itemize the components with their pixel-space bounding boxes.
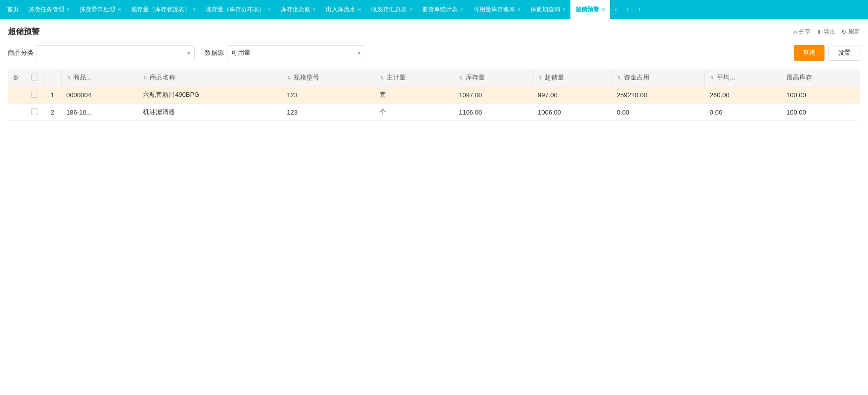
nav-item-inventory-status[interactable]: 现存量（库存状况表） × xyxy=(126,0,201,19)
datasource-filter: 数据源 可用量 ▾ xyxy=(205,45,365,60)
table-header-row: ⚙ ⇅ 商品... ⇅ 商品名称 ⇅ 规格型号 xyxy=(8,69,860,86)
row-unit: 个 xyxy=(375,104,454,121)
th-product-code[interactable]: ⇅ 商品... xyxy=(61,69,138,86)
row-checkbox-cell xyxy=(26,86,43,104)
page-title: 超储预警 xyxy=(8,27,40,37)
th-product-name[interactable]: ⇅ 商品名称 xyxy=(138,69,282,86)
row-overstock: 997.00 xyxy=(533,86,612,104)
sort-icon: ⇅ xyxy=(459,75,463,80)
row-unit: 套 xyxy=(375,86,454,104)
sort-icon: ⇅ xyxy=(143,75,147,80)
th-overstock[interactable]: ⇅ 超储量 xyxy=(533,69,612,86)
th-num xyxy=(43,69,61,86)
share-icon: ⎋ xyxy=(793,29,797,36)
nav-expand-arrow[interactable]: › xyxy=(634,0,646,19)
th-capital[interactable]: ⇅ 资金占用 xyxy=(612,69,705,86)
sort-icon: ⇅ xyxy=(710,75,714,80)
nav-item-home[interactable]: 首页 xyxy=(2,0,24,19)
th-max-stock: 最高库存 xyxy=(781,69,860,86)
export-button[interactable]: ⬆ 导出 xyxy=(817,28,835,36)
row-num: 2 xyxy=(43,104,61,121)
close-overstock-warning[interactable]: × xyxy=(602,6,605,12)
chevron-down-icon: ▾ xyxy=(187,50,190,56)
row-product-name: 机油滤清器 xyxy=(138,104,282,121)
category-filter: 商品分类 ▾ xyxy=(8,45,195,60)
refresh-button[interactable]: ↻ 刷新 xyxy=(841,28,860,36)
close-preheat-task[interactable]: × xyxy=(67,6,70,12)
datasource-label: 数据源 xyxy=(205,48,224,57)
top-nav: 首页 拣货任务管理 × 拣货异常处理 × 现存量（库存状况表） × 现存量（库存… xyxy=(0,0,868,19)
sort-icon: ⇅ xyxy=(380,75,384,80)
settings-button[interactable]: 设置 xyxy=(828,45,860,61)
row-stock: 1097.00 xyxy=(454,86,533,104)
nav-item-avail-stock[interactable]: 可用量库存账本 × xyxy=(469,0,525,19)
close-avail-stock[interactable]: × xyxy=(518,6,521,12)
page-content: 超储预警 ⎋ 分享 ⬆ 导出 ↻ 刷新 商品分类 ▾ 数据源 xyxy=(0,19,868,395)
share-button[interactable]: ⎋ 分享 xyxy=(793,28,811,36)
row-capital: 259220.00 xyxy=(612,86,705,104)
close-inout-flow[interactable]: × xyxy=(358,6,361,12)
nav-item-preheat-task[interactable]: 拣货任务管理 × xyxy=(24,0,75,19)
sort-icon: ⇅ xyxy=(538,75,542,80)
sort-icon: ⇅ xyxy=(67,75,71,80)
row-checkbox[interactable] xyxy=(31,91,38,98)
row-product-name: 六配套新昌490BPG xyxy=(138,86,282,104)
close-recv-send[interactable]: × xyxy=(409,6,412,12)
row-product-code: 0000004 xyxy=(61,86,138,104)
filter-actions: 查询 设置 xyxy=(794,45,860,61)
th-settings: ⚙ xyxy=(8,69,26,86)
table-row: 2 186-10... 机油滤清器 123 个 1106.00 1006.00 … xyxy=(8,104,860,121)
row-max-stock: 100.00 xyxy=(781,104,860,121)
table-row: 1 0000004 六配套新昌490BPG 123 套 1097.00 997.… xyxy=(8,86,860,104)
row-overstock: 1006.00 xyxy=(533,104,612,121)
row-capital: 0.00 xyxy=(612,104,705,121)
row-stock: 1106.00 xyxy=(454,104,533,121)
close-inventory-batch[interactable]: × xyxy=(313,6,316,12)
row-avg: 260.00 xyxy=(705,86,781,104)
row-spec: 123 xyxy=(282,104,375,121)
th-stock[interactable]: ⇅ 库存量 xyxy=(454,69,533,86)
chevron-down-icon: ▾ xyxy=(358,50,361,56)
header-actions: ⎋ 分享 ⬆ 导出 ↻ 刷新 xyxy=(793,28,860,36)
nav-item-preheat-abnormal[interactable]: 拣货异常处理 × xyxy=(75,0,126,19)
close-inventory-dist[interactable]: × xyxy=(267,6,270,12)
nav-next-arrow[interactable]: › xyxy=(622,0,634,19)
close-order-stat[interactable]: × xyxy=(460,6,463,12)
close-quality-check[interactable]: × xyxy=(563,6,565,12)
nav-item-quality-check[interactable]: 保质期查询 × xyxy=(525,0,570,19)
gear-icon[interactable]: ⚙ xyxy=(13,74,19,81)
data-table: ⚙ ⇅ 商品... ⇅ 商品名称 ⇅ 规格型号 xyxy=(8,69,860,121)
category-select[interactable]: ▾ xyxy=(37,45,195,60)
nav-item-inventory-dist[interactable]: 现存量（库存分布表） × xyxy=(201,0,275,19)
header-checkbox[interactable] xyxy=(31,74,38,80)
row-max-stock: 100.00 xyxy=(781,86,860,104)
page-header: 超储预警 ⎋ 分享 ⬆ 导出 ↻ 刷新 xyxy=(8,27,860,37)
sort-icon: ⇅ xyxy=(287,75,291,80)
row-product-code: 186-10... xyxy=(61,104,138,121)
nav-item-overstock-warning[interactable]: 超储预警 × xyxy=(570,0,609,19)
th-unit[interactable]: ⇅ 主计量 xyxy=(375,69,454,86)
th-checkbox xyxy=(26,69,43,86)
filter-row: 商品分类 ▾ 数据源 可用量 ▾ 查询 设置 xyxy=(8,45,860,61)
nav-item-inout-flow[interactable]: 出入库流水 × xyxy=(321,0,366,19)
close-inventory-status[interactable]: × xyxy=(193,6,196,12)
nav-prev-arrow[interactable]: ‹ xyxy=(610,0,622,19)
th-avg[interactable]: ⇅ 平均... xyxy=(705,69,781,86)
row-spec: 123 xyxy=(282,86,375,104)
sort-icon: ⇅ xyxy=(617,75,621,80)
datasource-select[interactable]: 可用量 ▾ xyxy=(227,45,365,60)
datasource-value: 可用量 xyxy=(231,48,251,57)
row-avg: 0.00 xyxy=(705,104,781,121)
nav-item-order-stat[interactable]: 要货单统计表 × xyxy=(417,0,468,19)
row-settings-cell xyxy=(8,86,26,104)
refresh-icon: ↻ xyxy=(841,29,846,36)
nav-item-recv-send[interactable]: 收发存汇总表 × xyxy=(366,0,417,19)
nav-item-inventory-batch[interactable]: 库存批次账 × xyxy=(276,0,321,19)
query-button[interactable]: 查询 xyxy=(794,45,825,61)
category-label: 商品分类 xyxy=(8,48,34,57)
th-spec[interactable]: ⇅ 规格型号 xyxy=(282,69,375,86)
row-num: 1 xyxy=(43,86,61,104)
close-preheat-abnormal[interactable]: × xyxy=(118,6,121,12)
row-checkbox-cell xyxy=(26,104,43,121)
row-checkbox[interactable] xyxy=(31,108,38,115)
